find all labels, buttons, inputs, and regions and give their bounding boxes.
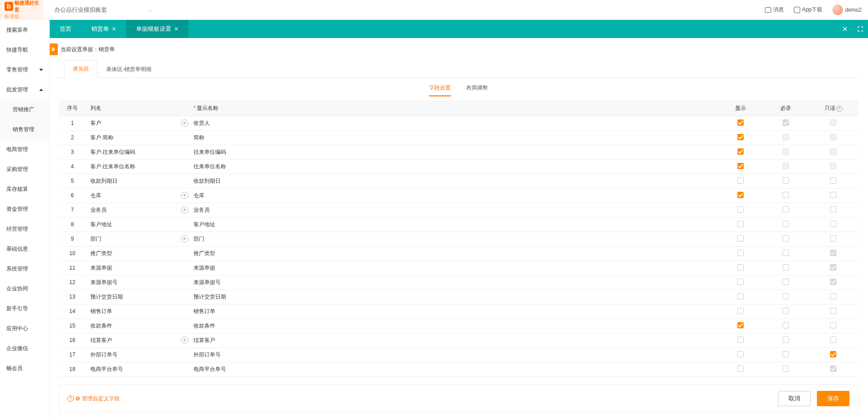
checkbox[interactable] — [737, 148, 744, 155]
checkbox[interactable] — [830, 235, 836, 242]
checkbox[interactable] — [783, 177, 789, 184]
checkbox[interactable] — [783, 322, 789, 328]
cell-display-name[interactable]: 往来单位编码 — [189, 145, 718, 159]
checkbox[interactable] — [830, 221, 836, 227]
workspace-tab[interactable]: 销货单✕ — [81, 20, 126, 38]
sidebar-item[interactable]: 快捷导航 — [0, 40, 49, 60]
tabstrip-close-button[interactable] — [837, 26, 853, 32]
checkbox[interactable] — [737, 192, 744, 198]
add-sub-button[interactable]: + — [181, 119, 188, 127]
workspace-tab[interactable]: 单据模板设置✕ — [126, 20, 189, 38]
checkbox[interactable] — [737, 366, 744, 372]
sidebar-item[interactable]: 经营管理 — [0, 219, 49, 239]
checkbox[interactable] — [783, 308, 789, 314]
checkbox[interactable] — [830, 308, 836, 314]
cell-display-name[interactable]: 预计交货日期 — [189, 290, 718, 304]
tab-home[interactable]: 首页 — [50, 20, 81, 38]
cancel-button[interactable]: 取消 — [778, 391, 811, 406]
add-sub-button[interactable]: + — [181, 192, 188, 199]
cell-display-name[interactable]: 来源单据号 — [189, 275, 718, 290]
checkbox[interactable] — [737, 322, 744, 328]
checkbox[interactable] — [783, 250, 789, 256]
cell-display-name[interactable]: 收款条件 — [189, 318, 718, 333]
cell-display-name[interactable]: 仓库 — [189, 188, 718, 203]
checkbox[interactable] — [737, 163, 744, 169]
checkbox[interactable] — [783, 366, 789, 372]
sidebar-item[interactable]: 电商管理 — [0, 139, 49, 159]
checkbox[interactable] — [737, 119, 744, 126]
cell-display-name[interactable]: 客户地址 — [189, 217, 718, 232]
add-sub-button[interactable]: + — [181, 206, 188, 214]
cell-display-name[interactable]: 业务员 — [189, 203, 718, 217]
segment-tab[interactable]: 表体区-销货单明细 — [98, 61, 160, 78]
checkbox[interactable] — [737, 264, 744, 271]
cell-display-name[interactable]: 来源单据 — [189, 261, 718, 275]
save-button[interactable]: 保存 — [817, 391, 849, 406]
add-sub-button[interactable]: + — [181, 337, 188, 344]
checkbox[interactable] — [830, 177, 836, 184]
cell-display-name[interactable]: 简称 — [189, 130, 718, 145]
sidebar-subitem[interactable]: 销售管理 — [0, 119, 49, 139]
sidebar-item[interactable]: 采购管理 — [0, 159, 49, 179]
cell-display-name[interactable]: 收款到期日 — [189, 174, 718, 188]
fields-table-wrapper[interactable]: 序号 列名 *显示名称 显示 必录 只读? 1客户+收货人2客户.简称简称3客户… — [59, 101, 858, 381]
cell-display-name[interactable]: 部门 — [189, 232, 718, 246]
checkbox[interactable] — [783, 351, 789, 357]
checkbox[interactable] — [737, 351, 744, 357]
checkbox[interactable] — [830, 337, 836, 343]
checkbox[interactable] — [783, 192, 789, 198]
manage-custom-fields-link[interactable]: ? ✿ 管理自定义字段 — [67, 395, 120, 403]
checkbox[interactable] — [783, 235, 789, 242]
help-icon[interactable]: ? — [836, 106, 842, 112]
cell-display-name[interactable]: 电商平台单号 — [189, 362, 718, 376]
checkbox[interactable] — [737, 293, 744, 299]
sidebar-item[interactable]: 系统管理 — [0, 259, 49, 279]
checkbox[interactable] — [783, 293, 789, 299]
checkbox[interactable] — [737, 134, 744, 140]
segment-tab[interactable]: 表头区 — [64, 60, 98, 78]
cell-display-name[interactable]: 销售订单 — [189, 304, 718, 318]
checkbox[interactable] — [783, 206, 789, 213]
checkbox[interactable] — [830, 322, 836, 328]
add-sub-button[interactable]: + — [181, 235, 188, 242]
checkbox[interactable] — [783, 221, 789, 227]
cell-display-name[interactable]: 外部订单号 — [189, 347, 718, 362]
checkbox[interactable] — [737, 308, 744, 314]
sidebar-item[interactable]: 企业协同 — [0, 279, 49, 299]
tab-close-icon[interactable]: ✕ — [174, 26, 179, 32]
checkbox[interactable] — [737, 206, 744, 213]
checkbox[interactable] — [737, 235, 744, 242]
cell-display-name[interactable]: 结算客户 — [189, 333, 718, 347]
sidebar-item[interactable]: 搜索菜单 — [0, 20, 49, 40]
sidebar-item[interactable]: 基础信息 — [0, 239, 49, 259]
checkbox[interactable] — [830, 351, 836, 357]
sidebar-item[interactable]: 企业微信 — [0, 338, 49, 358]
tab-close-icon[interactable]: ✕ — [112, 26, 116, 32]
sidebar-item[interactable]: 零售管理 — [0, 60, 49, 80]
sidebar-item[interactable]: 批发管理 — [0, 80, 49, 100]
checkbox[interactable] — [783, 279, 789, 285]
cell-display-name[interactable]: 收货人 — [189, 116, 718, 130]
sidebar-item[interactable]: 资金管理 — [0, 199, 49, 219]
checkbox[interactable] — [737, 177, 744, 184]
checkbox[interactable] — [737, 337, 744, 343]
cell-display-name[interactable]: 往来单位名称 — [189, 159, 718, 174]
app-download-button[interactable]: App下载 — [794, 6, 822, 14]
sub-tab[interactable]: 布局调整 — [466, 84, 488, 96]
tabstrip-fullscreen-button[interactable] — [853, 26, 868, 32]
sidebar-item[interactable]: 新手引导 — [0, 299, 49, 318]
messages-button[interactable]: 消息 — [765, 6, 784, 14]
account-selector[interactable]: 办公品行业模拟账套 ⌄ — [54, 6, 153, 14]
checkbox[interactable] — [830, 293, 836, 299]
checkbox[interactable] — [737, 279, 744, 285]
cell-display-name[interactable]: 推广类型 — [189, 246, 718, 261]
checkbox[interactable] — [737, 221, 744, 227]
sub-tab[interactable]: 字段设置 — [429, 84, 451, 96]
checkbox[interactable] — [783, 337, 789, 343]
checkbox[interactable] — [830, 206, 836, 213]
sidebar-subitem[interactable]: 营销推广 — [0, 100, 49, 119]
checkbox[interactable] — [783, 264, 789, 271]
sidebar-item[interactable]: 库存核算 — [0, 179, 49, 199]
checkbox[interactable] — [830, 192, 836, 198]
sidebar-item[interactable]: 畅会员 — [0, 358, 49, 378]
